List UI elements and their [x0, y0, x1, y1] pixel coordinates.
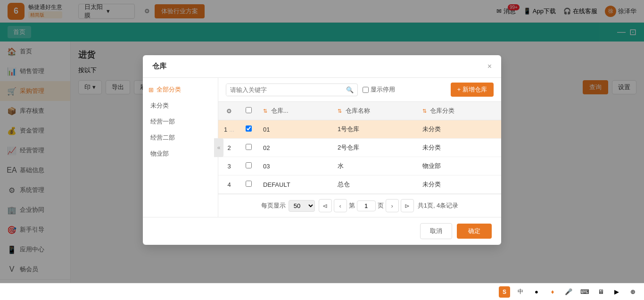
category-collapse-button[interactable]: « [214, 138, 223, 157]
prev-page-btn[interactable]: ‹ [334, 199, 347, 212]
table-row[interactable]: 4 DEFAULT 总仓 未分类 [218, 175, 501, 194]
bottom-icon-zh[interactable]: 中 [515, 286, 526, 298]
modal-close-button[interactable]: × [487, 62, 492, 71]
search-icon[interactable]: 🔍 [342, 86, 357, 93]
bottom-bar: S 中 ● ♦ 🎤 ⌨ 🖥 ▶ ⊕ [0, 283, 644, 300]
category-header-label: 全部分类 [157, 85, 181, 94]
category-grid-icon: ⊞ [149, 86, 154, 93]
bottom-add-icon[interactable]: ⊕ [627, 286, 638, 298]
per-page-dropdown[interactable]: 50 100 [289, 200, 315, 212]
bottom-screen-icon[interactable]: 🖥 [595, 286, 606, 298]
row-checkbox[interactable] [240, 139, 257, 157]
search-input-wrap: 🔍 [226, 83, 358, 96]
modal-body: ⊞ 全部分类 未分类 经营一部 经营二部 物业部 « 🔍 [143, 78, 501, 217]
row-code: 01 [257, 120, 332, 139]
page-size-select: 每页显示 50 100 [261, 200, 315, 212]
row-name: 水 [332, 157, 416, 175]
table-row[interactable]: 2 02 2号仓库 未分类 [218, 139, 501, 157]
bottom-icon-s[interactable]: S [499, 286, 510, 298]
row-category: 未分类 [417, 120, 501, 139]
modal-overlay: 仓库 × ⊞ 全部分类 未分类 经营一部 经营二部 物业部 « [0, 0, 644, 300]
last-page-btn[interactable]: ⊳ [401, 199, 414, 212]
show-disabled-label: 显示停用 [371, 85, 395, 94]
bottom-icon-dot1[interactable]: ● [531, 286, 542, 298]
table-row[interactable]: 3 03 水 物业部 [218, 157, 501, 175]
select-all-checkbox[interactable] [246, 107, 252, 113]
col-code-label: 仓库... [271, 107, 289, 114]
row-num: 3 [218, 157, 240, 175]
warehouse-table: ⚙ ⇅ 仓库... ⇅ [218, 102, 501, 194]
warehouse-modal: 仓库 × ⊞ 全部分类 未分类 经营一部 经营二部 物业部 « [143, 55, 501, 245]
page-summary: 共1页, 4条记录 [418, 201, 459, 210]
modal-title: 仓库 [152, 62, 166, 71]
row-checkbox[interactable] [240, 120, 257, 139]
col-name-label: 仓库名称 [346, 107, 370, 114]
first-page-btn[interactable]: ⊲ [319, 199, 332, 212]
confirm-button[interactable]: 确定 [457, 224, 492, 239]
table-toolbar: 🔍 显示停用 + 新增仓库 [218, 78, 501, 102]
category-header: ⊞ 全部分类 [143, 82, 218, 98]
category-item-property[interactable]: 物业部 [143, 146, 218, 162]
modal-header: 仓库 × [143, 55, 501, 78]
col-header-gear[interactable]: ⚙ [218, 102, 240, 120]
row-code: 02 [257, 139, 332, 157]
page-label: 页 [378, 201, 384, 210]
row-name: 1号仓库 [332, 120, 416, 139]
gear-icon: ⚙ [226, 108, 232, 115]
row-checkbox[interactable] [240, 175, 257, 194]
modal-footer: 取消 确定 [143, 217, 501, 245]
sort-icon: ⇅ [422, 108, 427, 114]
row-name: 2号仓库 [332, 139, 416, 157]
per-page-label: 每页显示 [261, 201, 286, 210]
bottom-play-icon[interactable]: ▶ [611, 286, 622, 298]
next-page-btn[interactable]: › [386, 199, 399, 212]
show-disabled-checkbox[interactable] [363, 87, 369, 93]
row-name: 总仓 [332, 175, 416, 194]
row-category: 未分类 [417, 175, 501, 194]
pagination-bar: 每页显示 50 100 ⊲ ‹ 第 页 › ⊳ [218, 194, 501, 217]
add-warehouse-button[interactable]: + 新增仓库 [451, 83, 494, 97]
row-code: DEFAULT [257, 175, 332, 194]
category-item-ops2[interactable]: 经营二部 [143, 130, 218, 146]
col-header-name[interactable]: ⇅ 仓库名称 [332, 102, 416, 120]
data-table: ⚙ ⇅ 仓库... ⇅ [218, 102, 501, 194]
show-disabled-wrap: 显示停用 [363, 85, 395, 94]
cancel-button[interactable]: 取消 [420, 223, 452, 239]
category-item-unclassified[interactable]: 未分类 [143, 98, 218, 114]
col-header-check[interactable] [240, 102, 257, 120]
row-num: 4 [218, 175, 240, 194]
row-more-icon[interactable]: ... [229, 126, 234, 133]
category-item-ops1[interactable]: 经营一部 [143, 114, 218, 130]
row-checkbox[interactable] [240, 157, 257, 175]
category-panel: ⊞ 全部分类 未分类 经营一部 经营二部 物业部 « [143, 78, 218, 217]
row-category: 未分类 [417, 139, 501, 157]
row-code: 03 [257, 157, 332, 175]
page-nav: ⊲ ‹ 第 页 › ⊳ [319, 199, 414, 212]
table-panel: 🔍 显示停用 + 新增仓库 ⚙ [218, 78, 501, 217]
table-row[interactable]: 1... 01 1号仓库 未分类 [218, 120, 501, 139]
col-header-category[interactable]: ⇅ 仓库分类 [417, 102, 501, 120]
col-category-label: 仓库分类 [430, 107, 454, 114]
search-input[interactable] [226, 84, 342, 96]
bottom-keyboard-icon[interactable]: ⌨ [579, 286, 590, 298]
bottom-mic-icon[interactable]: 🎤 [563, 286, 574, 298]
sort-icon: ⇅ [263, 108, 267, 114]
page-input[interactable] [357, 200, 376, 211]
page-text: 第 [349, 201, 355, 210]
row-num: 1... [218, 120, 240, 139]
sort-icon: ⇅ [338, 108, 342, 114]
col-header-code[interactable]: ⇅ 仓库... [257, 102, 332, 120]
bottom-icon-dot2[interactable]: ♦ [547, 286, 558, 298]
row-category: 物业部 [417, 157, 501, 175]
